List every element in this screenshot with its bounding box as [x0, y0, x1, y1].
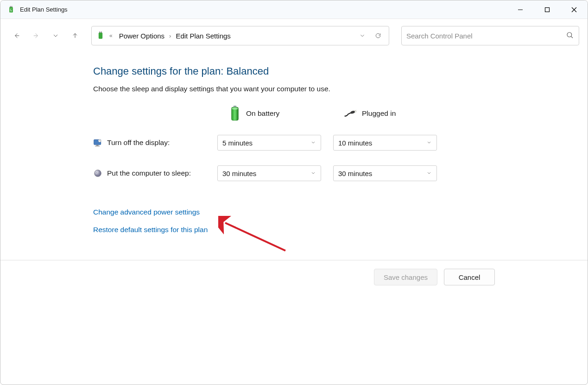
- content-area: Change settings for the plan: Balanced C…: [0, 52, 588, 234]
- column-header-plugged-label: Plugged in: [362, 109, 396, 118]
- recent-button[interactable]: [48, 28, 63, 44]
- svg-point-24: [95, 170, 101, 177]
- app-icon: [7, 6, 15, 14]
- refresh-button[interactable]: [370, 28, 386, 44]
- svg-line-17: [354, 112, 356, 112]
- chevron-down-icon: [310, 170, 316, 177]
- page-title: Change settings for the plan: Balanced: [93, 65, 569, 77]
- svg-rect-8: [100, 32, 101, 33]
- chevron-down-icon: [310, 139, 316, 147]
- column-header-battery: On battery: [217, 107, 333, 120]
- search-box[interactable]: [401, 26, 579, 45]
- battery-icon: [228, 107, 241, 120]
- display-icon: [93, 138, 102, 147]
- minimize-button[interactable]: [507, 0, 534, 19]
- cancel-button[interactable]: Cancel: [444, 269, 495, 285]
- settings-grid: On battery Plugged in: [93, 107, 569, 181]
- search-icon[interactable]: [566, 31, 574, 41]
- footer-buttons: Save changes Cancel: [0, 260, 588, 285]
- links-section: Change advanced power settings Restore d…: [93, 208, 569, 234]
- svg-rect-4: [545, 7, 550, 12]
- svg-rect-7: [99, 32, 102, 38]
- svg-point-14: [232, 107, 238, 109]
- back-button[interactable]: [9, 28, 25, 44]
- address-dropdown-button[interactable]: [354, 28, 370, 44]
- save-button[interactable]: Save changes: [374, 269, 437, 285]
- plug-icon: [344, 107, 357, 120]
- restore-defaults-link[interactable]: Restore default settings for this plan: [93, 226, 569, 234]
- display-plugged-dropdown[interactable]: 10 minutes: [333, 135, 437, 151]
- up-button[interactable]: [67, 28, 83, 44]
- breadcrumb-power-options[interactable]: Power Options: [115, 30, 168, 42]
- column-header-battery-label: On battery: [246, 109, 279, 118]
- svg-rect-20: [95, 146, 100, 146]
- row-display-label: Turn off the display:: [93, 138, 217, 147]
- svg-point-25: [96, 172, 97, 173]
- column-header-plugged: Plugged in: [333, 107, 449, 120]
- sleep-plugged-dropdown[interactable]: 30 minutes: [333, 165, 437, 181]
- address-bar[interactable]: « Power Options › Edit Plan Settings: [91, 26, 389, 45]
- svg-point-26: [98, 173, 99, 175]
- svg-rect-9: [101, 32, 102, 33]
- close-button[interactable]: [561, 0, 588, 19]
- svg-rect-19: [96, 145, 99, 146]
- sleep-battery-dropdown[interactable]: 30 minutes: [217, 165, 321, 181]
- svg-line-16: [354, 110, 356, 111]
- forward-button[interactable]: [28, 28, 44, 44]
- chevron-down-icon: [426, 139, 432, 147]
- svg-rect-1: [10, 6, 11, 7]
- window-title: Edit Plan Settings: [20, 6, 68, 13]
- breadcrumb-edit-plan[interactable]: Edit Plan Settings: [172, 30, 234, 42]
- row-sleep-label: Put the computer to sleep:: [93, 169, 217, 178]
- page-description: Choose the sleep and display settings th…: [93, 85, 569, 93]
- breadcrumb-separator-icon: ›: [168, 32, 172, 39]
- display-battery-dropdown[interactable]: 5 minutes: [217, 135, 321, 151]
- toolbar: « Power Options › Edit Plan Settings: [0, 19, 588, 52]
- sleep-icon: [93, 169, 102, 178]
- svg-line-11: [571, 36, 573, 38]
- titlebar: Edit Plan Settings: [0, 0, 588, 19]
- chevron-down-icon: [426, 170, 432, 177]
- address-icon: [95, 31, 106, 40]
- svg-rect-2: [12, 6, 13, 7]
- svg-point-10: [567, 32, 572, 37]
- advanced-settings-link[interactable]: Change advanced power settings: [93, 208, 569, 216]
- search-input[interactable]: [406, 32, 566, 40]
- maximize-button[interactable]: [534, 0, 561, 19]
- breadcrumb-back-icon[interactable]: «: [107, 32, 115, 39]
